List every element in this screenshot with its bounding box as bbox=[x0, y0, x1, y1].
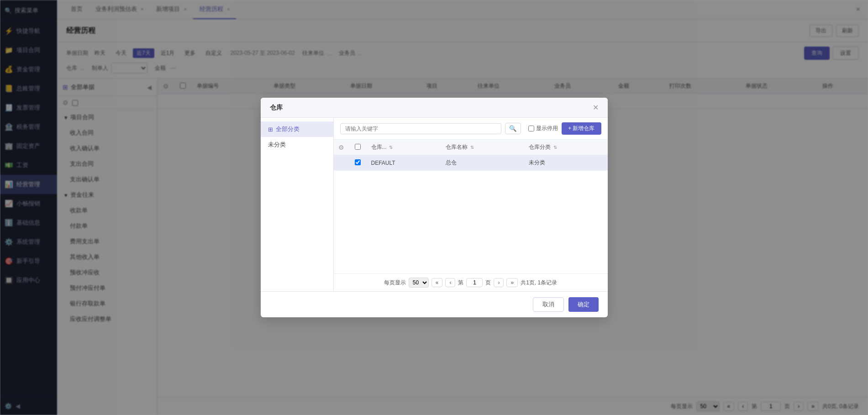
modal-search-btn[interactable]: 🔍 bbox=[505, 123, 521, 134]
modal-select-all[interactable] bbox=[355, 144, 361, 150]
row-checkbox[interactable] bbox=[355, 159, 361, 165]
modal-page-label: 第 bbox=[458, 279, 463, 287]
modal-category-panel: ⊞ 全部分类 未分类 bbox=[261, 118, 334, 291]
modal-table-area: ⚙ 仓库... ⇅ 仓库名称 ⇅ bbox=[334, 140, 608, 273]
warehouse-modal: 仓库 ✕ ⊞ 全部分类 未分类 🔍 bbox=[261, 98, 608, 317]
modal-page-size-select[interactable]: 50 bbox=[409, 278, 429, 288]
modal-th-code: 仓库... ⇅ bbox=[367, 140, 442, 155]
modal-page-size-label: 每页显示 bbox=[384, 279, 406, 287]
modal-right-panel: 🔍 显示停用 + 新增仓库 ⚙ bbox=[334, 118, 608, 291]
modal-th-name: 仓库名称 ⇅ bbox=[441, 140, 524, 155]
modal-header: 仓库 ✕ bbox=[261, 98, 608, 118]
modal-overlay: 仓库 ✕ ⊞ 全部分类 未分类 🔍 bbox=[0, 0, 868, 415]
sort-icon-code[interactable]: ⇅ bbox=[389, 145, 393, 150]
modal-search-input[interactable] bbox=[340, 123, 502, 134]
modal-th-category: 仓库分类 ⇅ bbox=[524, 140, 607, 155]
modal-search-bar: 🔍 显示停用 + 新增仓库 bbox=[334, 118, 608, 140]
category-all[interactable]: ⊞ 全部分类 bbox=[261, 121, 333, 137]
modal-footer: 取消 确定 bbox=[261, 291, 608, 317]
modal-page-input[interactable] bbox=[466, 278, 483, 287]
modal-close-btn[interactable]: ✕ bbox=[593, 103, 599, 112]
table-row[interactable]: DEFAULT 总仓 未分类 bbox=[334, 155, 608, 171]
show-disabled-label[interactable]: 显示停用 bbox=[528, 125, 558, 132]
modal-page-label-end: 页 bbox=[485, 279, 491, 287]
modal-body: ⊞ 全部分类 未分类 🔍 显示停用 + 新增仓库 bbox=[261, 118, 608, 291]
modal-th-gear: ⚙ bbox=[334, 140, 350, 155]
modal-pagination: 每页显示 50 « ‹ 第 页 › » 共1页, 1条记录 bbox=[334, 273, 608, 291]
show-disabled-checkbox[interactable] bbox=[528, 126, 534, 131]
cancel-button[interactable]: 取消 bbox=[533, 297, 564, 312]
row-id-cell: DEFAULT bbox=[367, 155, 442, 171]
modal-table-header: ⚙ 仓库... ⇅ 仓库名称 ⇅ bbox=[334, 140, 608, 155]
modal-th-checkbox bbox=[350, 140, 367, 155]
row-checkbox-cell bbox=[350, 155, 367, 171]
row-gear-cell bbox=[334, 155, 350, 171]
sort-icon-name[interactable]: ⇅ bbox=[470, 145, 474, 150]
add-warehouse-btn[interactable]: + 新增仓库 bbox=[562, 122, 601, 135]
sort-icon-category[interactable]: ⇅ bbox=[553, 145, 557, 150]
modal-first-page[interactable]: « bbox=[431, 278, 443, 287]
modal-last-page[interactable]: » bbox=[506, 278, 518, 287]
modal-title: 仓库 bbox=[270, 104, 283, 112]
confirm-button[interactable]: 确定 bbox=[568, 297, 599, 312]
row-category-cell: 未分类 bbox=[524, 155, 607, 171]
modal-total-text: 共1页, 1条记录 bbox=[521, 279, 557, 287]
modal-warehouse-table: ⚙ 仓库... ⇅ 仓库名称 ⇅ bbox=[334, 140, 608, 171]
category-unclassified[interactable]: 未分类 bbox=[261, 137, 333, 152]
row-name-cell: 总仓 bbox=[441, 155, 524, 171]
modal-gear-icon[interactable]: ⚙ bbox=[338, 144, 344, 151]
grid-all-icon: ⊞ bbox=[268, 126, 273, 133]
modal-next-page[interactable]: › bbox=[494, 278, 504, 287]
modal-prev-page[interactable]: ‹ bbox=[445, 278, 455, 287]
